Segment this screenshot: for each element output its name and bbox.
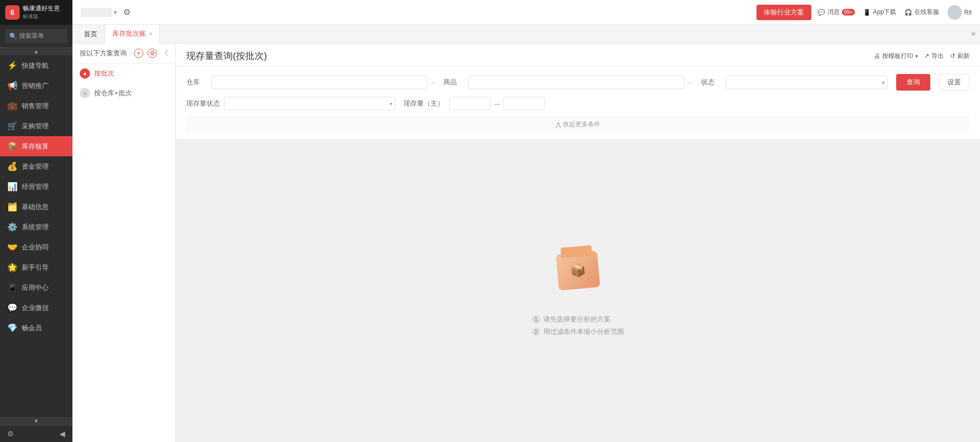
export-icon: ↗ (924, 52, 929, 60)
empty-tips: 1 请先选择要分析的方案 2 用过滤条件来缩小分析范围 (532, 315, 624, 340)
home-tab-label: 首页 (84, 30, 97, 39)
sidebar-item-basic[interactable]: 🗂️ 基础信息 (0, 197, 72, 217)
print-dropdown-icon[interactable]: ▾ (915, 53, 918, 59)
sidebar-scroll-up[interactable]: ▲ (0, 48, 72, 55)
tip2-text: 用过滤条件来缩小分析范围 (543, 327, 624, 336)
tab-home[interactable]: 首页 (77, 25, 105, 43)
sidebar-item-quick[interactable]: ⚡ 快捷导航 (0, 55, 72, 76)
search-icon: 🔍 (9, 33, 17, 40)
sidebar-nav: ⚡ 快捷导航 📢 营销推广 💼 销售管理 🛒 采购管理 📦 库存核算 💰 资金管… (0, 55, 72, 417)
quick-icon: ⚡ (7, 61, 18, 70)
topbar-settings-icon[interactable]: ⚙ (123, 7, 130, 17)
tab-inventory-batch[interactable]: 库存批次账 × (105, 25, 160, 43)
marketing-icon: 📢 (7, 81, 18, 91)
collapse-sidebar-icon[interactable]: ◀ (60, 430, 65, 438)
settings-button[interactable]: 设置 (939, 74, 970, 91)
app-download-button[interactable]: 📱 App下载 (863, 8, 896, 17)
search-row-2: 现存量状态 ▾ 现存量（主） — (186, 97, 970, 110)
panel-close-button[interactable]: × (971, 30, 976, 39)
apps-icon: 📱 (7, 283, 18, 292)
filter-collapse-button[interactable]: 《 (161, 49, 168, 58)
qty-max-input[interactable] (503, 97, 545, 110)
inventory-status-select[interactable] (224, 97, 395, 110)
warehouse-dots[interactable]: ··· (429, 78, 436, 86)
sidebar-scroll-down[interactable]: ▼ (0, 417, 72, 425)
sidebar-item-wechat[interactable]: 💬 企业微信 (0, 298, 72, 318)
tip1-num: 1 (532, 315, 540, 323)
print-button[interactable]: 🖨 按模板打印 ▾ (874, 52, 918, 61)
sidebar-item-finance[interactable]: 💰 资金管理 (0, 156, 72, 176)
collapse-icon: ⋀ (556, 121, 561, 128)
search-form: 仓库 ··· 商品 ··· 状态 (176, 67, 980, 140)
sidebar-item-operation[interactable]: 📊 经营管理 (0, 176, 72, 197)
filter-warehouse-batch-icon: ○ (80, 88, 90, 98)
inventory-qty-field: 现存量（主） — (404, 97, 682, 110)
filter-item-warehouse-batch[interactable]: ○ 按仓库+批次 (72, 83, 175, 103)
content-area: 按以下方案查询 + ⚙ 《 ● 按批次 ○ 按仓库+批次 现存量查询(按批次) (72, 43, 980, 442)
filter-item-batch[interactable]: ● 按批次 (72, 64, 175, 83)
header-actions: 🖨 按模板打印 ▾ ↗ 导出 ↺ 刷新 (874, 52, 970, 61)
refresh-button[interactable]: ↺ 刷新 (950, 52, 970, 61)
user-avatar-area[interactable]: Rit (947, 5, 972, 20)
sidebar-header: 6 畅康通好生意 标准版 (0, 0, 72, 25)
online-service-button[interactable]: 🎧 在线客服 (904, 8, 939, 17)
filter-settings-button[interactable]: ⚙ (147, 49, 157, 58)
query-header: 现存量查询(按批次) 🖨 按模板打印 ▾ ↗ 导出 ↺ 刷新 (176, 43, 980, 67)
collapse-more-button[interactable]: ⋀ 收起更多条件 (186, 116, 970, 132)
topbar-actions: 💬 消息 99+ 📱 App下载 🎧 在线客服 Rit (818, 5, 972, 20)
sidebar-title: 畅康通好生意 (23, 5, 60, 13)
inventory-status-field: 现存量状态 ▾ (186, 97, 395, 110)
sidebar-item-sales[interactable]: 💼 销售管理 (0, 96, 72, 116)
search-menu-button[interactable]: 🔍 搜索菜单 (5, 29, 67, 43)
tip2-num: 2 (532, 328, 540, 336)
sidebar-item-marketing[interactable]: 📢 营销推广 (0, 76, 72, 96)
filter-panel-title: 按以下方案查询 (80, 49, 127, 58)
status-field: 状态 ▾ (701, 76, 888, 89)
filter-warehouse-batch-label: 按仓库+批次 (94, 89, 132, 98)
product-field: 商品 ··· (443, 76, 692, 89)
vip-icon: 💎 (7, 323, 18, 333)
filter-add-button[interactable]: + (134, 49, 143, 58)
messages-button[interactable]: 💬 消息 99+ (818, 8, 855, 17)
sales-icon: 💼 (7, 101, 18, 111)
empty-illustration: 📦 (547, 242, 609, 304)
sidebar-item-collab[interactable]: 🤝 企业协同 (0, 237, 72, 257)
system-icon: ⚙️ (7, 222, 18, 232)
warehouse-label: 仓库 (186, 78, 207, 87)
sidebar-item-system[interactable]: ⚙️ 系统管理 (0, 217, 72, 237)
sidebar-footer: ⚙ ◀ (0, 425, 72, 442)
sidebar-item-inventory[interactable]: 📦 库存核算 (0, 136, 72, 156)
sidebar-item-vip[interactable]: 💎 畅会员 (0, 318, 72, 338)
sidebar-item-guide[interactable]: 🌟 新手引导 (0, 257, 72, 277)
warehouse-input[interactable] (211, 76, 427, 89)
sidebar-logo: 6 (5, 5, 20, 20)
query-button[interactable]: 查询 (896, 74, 930, 91)
refresh-icon: ↺ (950, 52, 955, 60)
tabbar: 首页 库存批次账 × × (72, 25, 980, 43)
export-button[interactable]: ↗ 导出 (924, 52, 944, 61)
filter-panel-header: 按以下方案查询 + ⚙ 《 (72, 43, 175, 64)
product-dots[interactable]: ··· (687, 78, 693, 86)
search-row-1: 仓库 ··· 商品 ··· 状态 (186, 74, 970, 91)
sidebar-search-section: 🔍 搜索菜单 (0, 25, 72, 48)
main-area: ▾ ⚙ 体验行业方案 💬 消息 99+ 📱 App下载 🎧 在线客服 Rit (72, 0, 980, 442)
page-title: 现存量查询(按批次) (186, 50, 267, 62)
sidebar-item-apps[interactable]: 📱 应用中心 (0, 277, 72, 298)
product-input[interactable] (468, 76, 685, 89)
empty-tip-2: 2 用过滤条件来缩小分析范围 (532, 327, 624, 336)
status-select[interactable] (726, 76, 888, 89)
dropdown-icon[interactable]: ▾ (114, 9, 117, 16)
trial-button[interactable]: 体验行业方案 (756, 5, 811, 20)
warehouse-field: 仓库 ··· (186, 76, 435, 89)
inventory-status-label: 现存量状态 (186, 99, 220, 108)
app-download-icon: 📱 (863, 9, 871, 16)
sidebar-item-purchase[interactable]: 🛒 采购管理 (0, 116, 72, 136)
range-divider: — (494, 100, 500, 108)
settings-footer-icon[interactable]: ⚙ (7, 430, 14, 438)
qty-min-input[interactable] (449, 97, 491, 110)
filter-batch-icon: ● (80, 68, 90, 79)
print-icon: 🖨 (874, 52, 880, 60)
product-label: 商品 (443, 78, 464, 87)
tab-close-icon[interactable]: × (149, 31, 152, 37)
sidebar: 6 畅康通好生意 标准版 🔍 搜索菜单 ▲ ⚡ 快捷导航 📢 营销推广 💼 销售… (0, 0, 72, 442)
